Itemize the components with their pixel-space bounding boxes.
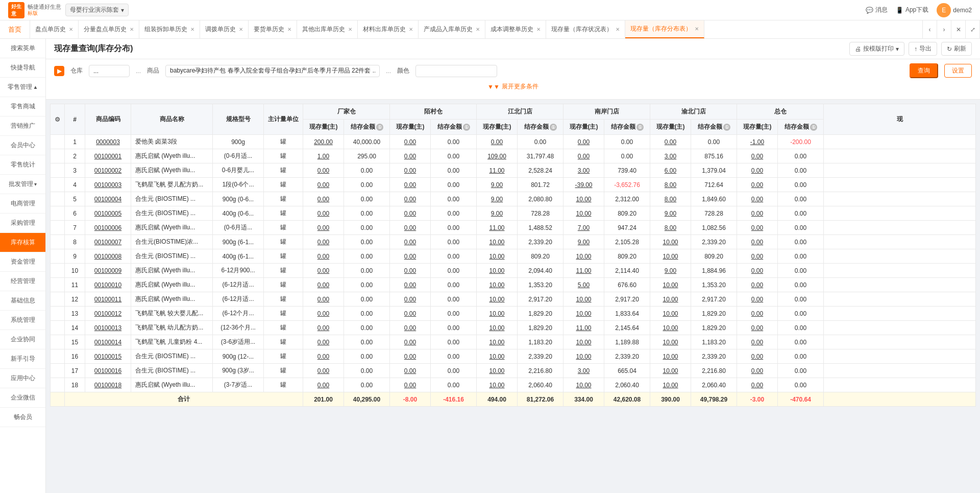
cell-yubei-qty[interactable]: 10.00 [650,364,691,378]
cell-jiangbei-qty[interactable]: 0.00 [477,135,518,149]
cell-zongcang-qty[interactable]: 0.00 [737,321,778,335]
cell-mucun-qty[interactable]: 0.00 [390,192,431,206]
cell-yubei-qty[interactable]: 0.00 [650,135,691,149]
cell-jiangbei-qty[interactable]: 11.00 [477,221,518,235]
user-profile[interactable]: E demo2 [937,3,972,17]
cell-zongcang-qty[interactable]: 0.00 [737,278,778,292]
cell-nanan-qty[interactable]: 10.00 [564,378,604,392]
cell-code[interactable]: 00100007 [85,235,131,249]
cell-jiangbei-qty[interactable]: 10.00 [477,335,518,349]
table-container[interactable]: ⚙ # 商品编码 商品名称 规格型号 主计量单位 厂家仓 陌村仓 江北门店 南岸… [46,100,980,493]
filter-collapse-btn[interactable]: ▶ [54,66,64,76]
sidebar-item-app-center[interactable]: 应用中心 [0,369,45,388]
cell-code[interactable]: 00100002 [85,163,131,178]
cell-mucun-qty[interactable]: 0.00 [390,378,431,392]
cell-yubei-qty[interactable]: 8.00 [650,221,691,235]
cell-yubei-qty[interactable]: 9.00 [650,264,691,278]
product-input[interactable] [165,65,380,77]
tab-2-close[interactable]: ✕ [130,27,134,32]
sidebar-item-operations[interactable]: 经营管理 [0,272,45,291]
sidebar-item-member[interactable]: 会员中心 [0,136,45,155]
refresh-button[interactable]: ↻ 刷新 [941,42,972,56]
cell-nanan-qty[interactable]: 10.00 [564,292,604,307]
tab-4[interactable]: 调拨单历史 ✕ [200,20,249,38]
cell-zongcang-qty[interactable]: 0.00 [737,221,778,235]
cell-zongcang-qty[interactable]: 0.00 [737,335,778,349]
cell-nanan-qty[interactable]: 10.00 [564,249,604,264]
tab-10-close[interactable]: ✕ [616,27,620,32]
cell-yubei-qty[interactable]: 10.00 [650,278,691,292]
cell-mucun-qty[interactable]: 0.00 [390,235,431,249]
cell-nanan-qty[interactable]: 10.00 [564,307,604,321]
app-download-btn[interactable]: 📱 App下载 [896,6,928,14]
sidebar-item-search[interactable]: 搜索英单 [0,39,45,58]
sidebar-item-basic-info[interactable]: 基础信息 [0,291,45,311]
cell-zongcang-qty[interactable]: 0.00 [737,378,778,392]
cell-code[interactable]: 00100015 [85,349,131,364]
cell-nanan-qty[interactable]: 10.00 [564,349,604,364]
cell-nanan-qty[interactable]: 11.00 [564,321,604,335]
cell-mucun-qty[interactable]: 0.00 [390,135,431,149]
cell-jiangbei-qty[interactable]: 10.00 [477,235,518,249]
cell-code[interactable]: 00100016 [85,364,131,378]
cell-zongcang-qty[interactable]: 0.00 [737,249,778,264]
cell-mucun-qty[interactable]: 0.00 [390,278,431,292]
cell-zongcang-qty[interactable]: 0.00 [737,235,778,249]
tab-5[interactable]: 要货单历史 ✕ [249,20,297,38]
sidebar-item-guide[interactable]: 新手引导 [0,349,45,369]
cell-mucun-qty[interactable]: 0.00 [390,163,431,178]
tab-1-close[interactable]: ✕ [69,27,73,32]
cell-jiangbei-qty[interactable]: 10.00 [477,321,518,335]
cell-zongcang-qty[interactable]: 0.00 [737,192,778,206]
tab-prev-btn[interactable]: ‹ [923,20,937,39]
cell-zongcang-qty[interactable]: 0.00 [737,149,778,163]
tab-10[interactable]: 现存量（库存状况表） ✕ [546,20,625,38]
tab-9-close[interactable]: ✕ [536,27,541,32]
cell-nanan-qty[interactable]: 11.00 [564,264,604,278]
cell-changjia-qty[interactable]: 0.00 [303,349,344,364]
tab-6[interactable]: 其他出库单历史 ✕ [297,20,358,38]
cell-changjia-qty[interactable]: 0.00 [303,378,344,392]
tab-2[interactable]: 分量盘点单历史 ✕ [79,20,139,38]
cell-changjia-qty[interactable]: 0.00 [303,178,344,192]
sidebar-item-collab[interactable]: 企业协同 [0,330,45,349]
sidebar-item-retail-mgmt[interactable]: 零售管理 ▲ [0,78,45,97]
cell-changjia-qty[interactable]: 0.00 [303,192,344,206]
tab-7-close[interactable]: ✕ [409,27,413,32]
info-icon[interactable]: ① [550,124,557,131]
col-settings-header[interactable]: ⚙ [51,104,65,135]
tab-close-all-btn[interactable]: ✕ [951,20,966,39]
cell-changjia-qty[interactable]: 0.00 [303,235,344,249]
tab-5-close[interactable]: ✕ [287,27,291,32]
cell-mucun-qty[interactable]: 0.00 [390,349,431,364]
settings-button[interactable]: 设置 [944,64,972,78]
sidebar-item-membership[interactable]: 畅会员 [0,408,45,427]
cell-mucun-qty[interactable]: 0.00 [390,206,431,221]
cell-nanan-qty[interactable]: 3.00 [564,163,604,178]
expand-conditions-btn[interactable]: ▼▼ 展开更多条件 [485,80,541,93]
cell-mucun-qty[interactable]: 0.00 [390,292,431,307]
cell-code[interactable]: 00100010 [85,278,131,292]
cell-code[interactable]: 00100001 [85,149,131,163]
cell-zongcang-qty[interactable]: 0.00 [737,349,778,364]
cell-zongcang-qty[interactable]: 0.00 [737,364,778,378]
sidebar-item-wholesale[interactable]: 批发管理 ▾ [0,175,45,194]
tab-expand-btn[interactable]: ⤢ [966,20,980,39]
cell-changjia-qty[interactable]: 200.00 [303,135,344,149]
cell-yubei-qty[interactable]: 10.00 [650,249,691,264]
cell-code[interactable]: 00100006 [85,221,131,235]
tab-6-close[interactable]: ✕ [348,27,352,32]
cell-zongcang-qty[interactable]: 0.00 [737,163,778,178]
cell-nanan-qty[interactable]: 0.00 [564,135,604,149]
sidebar-item-retail-mall[interactable]: 零售商城 [0,97,45,116]
cell-changjia-qty[interactable]: 0.00 [303,264,344,278]
info-icon[interactable]: ① [723,124,730,131]
sidebar-item-retail-stats[interactable]: 零售统计 [0,155,45,175]
cell-jiangbei-qty[interactable]: 10.00 [477,264,518,278]
cell-yubei-qty[interactable]: 6.00 [650,163,691,178]
cell-changjia-qty[interactable]: 0.00 [303,249,344,264]
tab-11-close[interactable]: ✕ [695,26,699,32]
cell-code[interactable]: 00100009 [85,264,131,278]
cell-changjia-qty[interactable]: 0.00 [303,278,344,292]
sidebar-item-inventory[interactable]: 库存核算 [0,233,45,252]
